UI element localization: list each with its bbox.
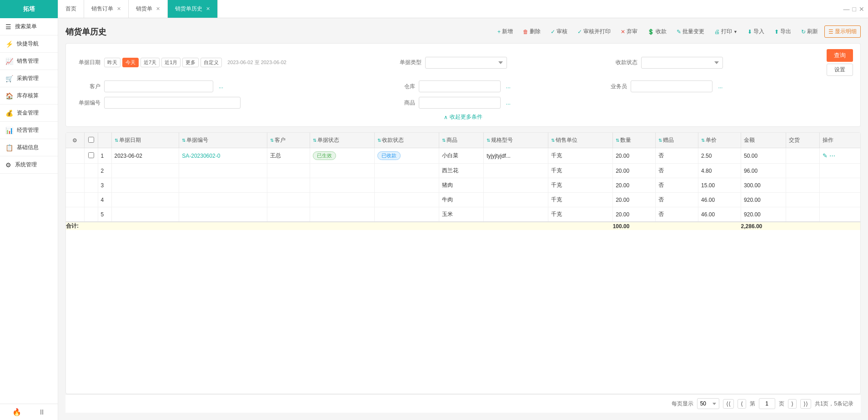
sidebar-item-operation[interactable]: 📊 经营管理: [0, 122, 58, 139]
tab-sales-order-close[interactable]: ✕: [117, 6, 121, 12]
row-doc-no[interactable]: [179, 164, 267, 178]
sidebar-item-sales-mgmt[interactable]: 📈 销售管理: [0, 53, 58, 70]
edit-action[interactable]: ✎: [823, 152, 828, 159]
row-doc-no[interactable]: [179, 178, 267, 193]
more-action[interactable]: ⋯: [829, 152, 835, 159]
row-checkbox[interactable]: [84, 178, 98, 193]
product-input[interactable]: [419, 97, 501, 109]
warehouse-input[interactable]: [419, 80, 501, 92]
next-page-button[interactable]: ⟩: [788, 399, 797, 409]
maximize-button[interactable]: □: [853, 5, 856, 13]
col-unit-price[interactable]: ⇅单价: [698, 133, 741, 148]
batch-change-button[interactable]: ✎ 批量变更: [673, 26, 708, 37]
col-checkbox[interactable]: [84, 133, 98, 148]
col-product[interactable]: ⇅商品: [439, 133, 484, 148]
row-checkbox[interactable]: [84, 148, 98, 164]
batch-change-label: 批量变更: [682, 28, 704, 35]
close-button[interactable]: ✕: [859, 5, 864, 13]
shortcut-more[interactable]: 更多: [182, 58, 199, 67]
row-gear: [66, 193, 84, 207]
prev-page-button[interactable]: ⟨: [738, 399, 746, 409]
col-doc-status[interactable]: ⇅单据状态: [310, 133, 375, 148]
warehouse-dots[interactable]: ...: [506, 83, 511, 90]
query-button[interactable]: 查询: [827, 49, 853, 62]
row-checkbox[interactable]: [84, 193, 98, 207]
sidebar-item-search-menu[interactable]: ☰ 搜索菜单: [0, 18, 58, 35]
doc-no-input[interactable]: [104, 97, 241, 109]
row-doc-no[interactable]: [179, 207, 267, 222]
row-product: 玉米: [439, 207, 484, 222]
minimize-button[interactable]: —: [843, 5, 850, 13]
customer-input[interactable]: [104, 80, 213, 92]
abandon-button[interactable]: ✕ 弃审: [617, 26, 641, 37]
row-doc-no[interactable]: [179, 193, 267, 207]
pause-icon[interactable]: ⏸: [38, 408, 45, 416]
select-all-checkbox[interactable]: [88, 137, 94, 143]
col-gift[interactable]: ⇅赠品: [656, 133, 698, 148]
sales-mgmt-icon: 📈: [5, 58, 13, 65]
sidebar-item-inventory[interactable]: 🏠 库存核算: [0, 87, 58, 105]
row-gift: 否: [656, 193, 698, 207]
salesperson-input[interactable]: [631, 80, 712, 92]
shortcut-today[interactable]: 今天: [122, 58, 139, 67]
show-detail-button[interactable]: ☰ 显示明细: [824, 25, 861, 38]
refresh-button[interactable]: ↻ 刷新: [798, 26, 822, 37]
sidebar-item-quick-nav[interactable]: ⚡ 快捷导航: [0, 35, 58, 53]
import-button[interactable]: ⬇ 导入: [744, 26, 768, 37]
shortcut-custom[interactable]: 自定义: [201, 58, 222, 67]
delete-button[interactable]: 🗑 删除: [519, 26, 544, 37]
salesperson-dots[interactable]: ...: [718, 83, 722, 90]
row-select-checkbox[interactable]: [88, 152, 94, 158]
col-doc-no[interactable]: ⇅单据编号: [179, 133, 267, 148]
col-sales-unit[interactable]: ⇅销售单位: [548, 133, 613, 148]
row-doc-no[interactable]: SA-20230602-0: [179, 148, 267, 164]
tab-sales-goods[interactable]: 销货单 ✕: [129, 0, 168, 18]
sidebar-item-finance[interactable]: 💰 资金管理: [0, 105, 58, 122]
row-gear: [66, 164, 84, 178]
sidebar-item-system-mgmt[interactable]: ⚙ 系统管理: [0, 156, 58, 174]
row-checkbox[interactable]: [84, 164, 98, 178]
col-transaction: 交货: [786, 133, 820, 148]
shortcut-yesterday[interactable]: 昨天: [104, 58, 120, 67]
col-spec-type[interactable]: ⇅规格型号: [484, 133, 548, 148]
customer-dots[interactable]: ...: [219, 83, 223, 90]
shortcut-7days[interactable]: 近7天: [140, 58, 160, 67]
print-dropdown-icon: ▼: [733, 30, 738, 34]
tab-home[interactable]: 首页: [58, 0, 84, 18]
doc-type-select[interactable]: [425, 57, 507, 69]
col-customer[interactable]: ⇅客户: [267, 133, 310, 148]
col-payment-status[interactable]: ⇅收款状态: [375, 133, 439, 148]
last-page-button[interactable]: ⟩⟩: [800, 399, 811, 409]
audit-button[interactable]: ✓ 审核: [547, 26, 571, 37]
tab-sales-history-close[interactable]: ✕: [206, 6, 210, 12]
print-button[interactable]: 🖨 打印 ▼: [711, 26, 741, 37]
payment-status-select[interactable]: [641, 57, 723, 69]
row-checkbox[interactable]: [84, 207, 98, 222]
export-button[interactable]: ⬆ 导出: [771, 26, 795, 37]
collect-button[interactable]: 💲 收款: [644, 26, 670, 37]
audit-print-button[interactable]: ✓ 审核并打印: [574, 26, 614, 37]
row-sales-unit: 千克: [548, 193, 613, 207]
sidebar-item-purchase-mgmt[interactable]: 🛒 采购管理: [0, 70, 58, 87]
product-dots[interactable]: ...: [506, 100, 511, 106]
add-button[interactable]: + 新增: [494, 26, 517, 37]
sidebar-item-basic-info[interactable]: 📋 基础信息: [0, 139, 58, 156]
page-size-select[interactable]: 20 50 100: [697, 398, 719, 409]
col-doc-date[interactable]: ⇅单据日期: [111, 133, 179, 148]
tab-sales-order[interactable]: 销售订单 ✕: [84, 0, 129, 18]
row-payment-status: [375, 193, 439, 207]
import-label: 导入: [753, 28, 764, 35]
row-gift: 否: [656, 178, 698, 193]
setting-button[interactable]: 设置: [827, 64, 853, 76]
shortcut-1month[interactable]: 近1月: [161, 58, 181, 67]
fire-icon[interactable]: 🔥: [12, 408, 21, 416]
tab-sales-history[interactable]: 销货单历史 ✕: [168, 0, 218, 18]
col-qty[interactable]: ⇅数量: [613, 133, 656, 148]
col-gear[interactable]: ⚙: [66, 133, 84, 148]
page-number-input[interactable]: [759, 398, 775, 409]
first-page-button[interactable]: ⟨⟨: [723, 399, 734, 409]
row-sales-unit: 千克: [548, 148, 613, 164]
col-amount[interactable]: 金额: [741, 133, 786, 148]
tab-sales-goods-close[interactable]: ✕: [156, 6, 160, 12]
collapse-button[interactable]: ∧ 收起更多条件: [73, 113, 853, 121]
